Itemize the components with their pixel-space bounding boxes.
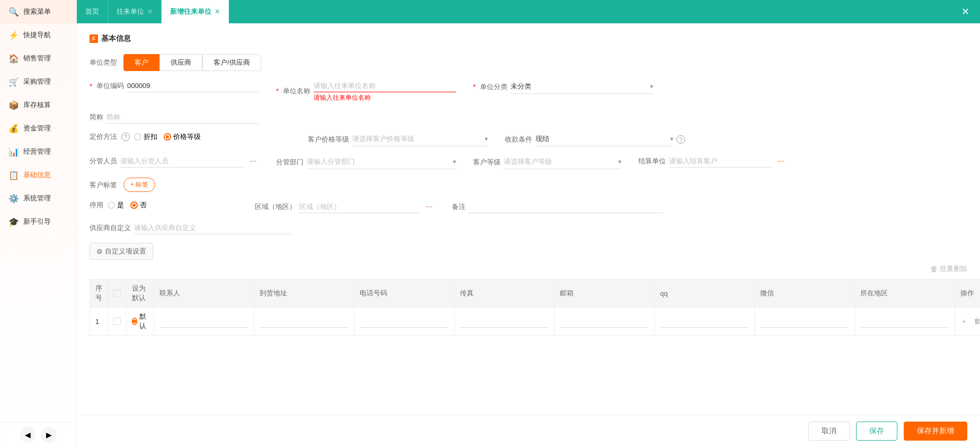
unit-category-select[interactable]: 未分类 ▾: [511, 80, 653, 94]
tab-new-partner-label: 新增往来单位: [170, 7, 211, 16]
row-default-label: 默认: [139, 312, 148, 331]
tab-new-partner[interactable]: 新增往来单位 ✕: [162, 0, 229, 23]
type-btn-supplier[interactable]: 供应商: [159, 54, 202, 71]
tab-partners-close[interactable]: ✕: [147, 8, 153, 15]
customer-level-select[interactable]: 请选择客户等级 ▾: [504, 155, 621, 169]
settlement-unit-field: 结算单位 ···: [638, 155, 787, 168]
sales-icon: 🏠: [8, 53, 19, 64]
disabled-yes-radio[interactable]: [108, 201, 115, 209]
pricing-method-help-icon[interactable]: ?: [121, 133, 130, 141]
tab-new-partner-close[interactable]: ✕: [215, 8, 220, 15]
sidebar-item-sales[interactable]: 🏠 销售管理: [0, 47, 76, 70]
supplier-custom-input[interactable]: [134, 222, 291, 234]
unit-name-label: 单位名称: [283, 86, 310, 96]
settlement-dots-button[interactable]: ···: [776, 156, 787, 166]
row-phone-input[interactable]: [360, 315, 449, 328]
row-address-input[interactable]: [260, 315, 349, 328]
pricing-discount-radio[interactable]: [134, 133, 141, 141]
payment-terms-field: 收款条件 现结 ▾ ?: [505, 132, 685, 146]
collapse-icon[interactable]: ◀: [20, 427, 35, 443]
short-name-field: 简称: [90, 111, 259, 124]
sidebar-item-finance[interactable]: 💰 资金管理: [0, 117, 76, 140]
sidebar-item-search[interactable]: 🔍 搜索菜单: [0, 0, 76, 23]
remark-label: 备注: [452, 202, 466, 212]
region-dots-button[interactable]: ···: [424, 202, 435, 212]
sidebar-item-inventory[interactable]: 📦 库存核算: [0, 93, 76, 117]
unit-category-value: 未分类: [511, 82, 648, 91]
sidebar: 🔍 搜索菜单 ⚡ 快捷导航 🏠 销售管理 🛒 采购管理 📦 库存核算 💰 资金管…: [0, 0, 77, 447]
window-close-button[interactable]: ✕: [957, 4, 974, 20]
expand-icon[interactable]: ▶: [41, 427, 57, 443]
disabled-yes-option[interactable]: 是: [108, 200, 124, 210]
table-header-row: 序号 设为默认 联系人 到货地址 电话号码 传真 邮箱 qq 微信 所在地区 操…: [90, 279, 981, 308]
row-fax-input[interactable]: [460, 315, 549, 328]
sidebar-item-system[interactable]: ⚙️ 系统管理: [0, 187, 76, 210]
type-buttons: 客户 供应商 客户/供应商: [123, 54, 261, 71]
col-check: [108, 279, 127, 308]
contacts-table: 序号 设为默认 联系人 到货地址 电话号码 传真 邮箱 qq 微信 所在地区 操…: [90, 279, 980, 336]
manager-input[interactable]: [120, 155, 245, 168]
row-phone: [354, 308, 455, 336]
home-icon: ⚡: [8, 30, 19, 40]
add-tag-button[interactable]: + 标签: [123, 178, 155, 192]
newbie-icon: 🎓: [8, 216, 19, 227]
disabled-no-option[interactable]: 否: [130, 200, 147, 210]
sidebar-item-operation[interactable]: 📊 经营管理: [0, 140, 76, 163]
select-all-checkbox[interactable]: [113, 290, 121, 297]
customer-price-level-select[interactable]: 请选择客户价格等级 ▾: [352, 132, 488, 146]
pricing-level-radio[interactable]: [164, 133, 171, 141]
row-default-radio[interactable]: [132, 318, 137, 325]
row-region-input[interactable]: [860, 315, 949, 328]
sidebar-item-newbie[interactable]: 🎓 新手引导: [0, 210, 76, 233]
unit-category-label: 单位分类: [480, 82, 507, 92]
unit-name-field-wrap: 请输入往来单位名称: [314, 80, 456, 102]
sidebar-item-label: 基础信息: [23, 170, 51, 180]
sidebar-item-label: 采购管理: [23, 77, 51, 86]
disabled-row: 停用 是 否 区域（地区） ···: [90, 200, 967, 213]
disabled-no-radio[interactable]: [130, 201, 138, 209]
pricing-level-label: 价格等级: [173, 132, 201, 142]
row-qq-input[interactable]: [660, 315, 749, 328]
pricing-method-field: 定价方法 ? 折扣 价格等级: [90, 132, 291, 142]
department-select[interactable]: 请输入分管部门 ▾: [307, 155, 456, 169]
save-button[interactable]: 保存: [856, 422, 897, 441]
settlement-unit-input[interactable]: [669, 155, 772, 168]
disabled-field: 停用 是 否: [90, 200, 238, 210]
region-input[interactable]: [299, 200, 421, 213]
sidebar-item-quick-nav[interactable]: ⚡ 快捷导航: [0, 23, 76, 47]
batch-delete-label[interactable]: 批量删除: [940, 264, 967, 274]
row-add-button[interactable]: ＋: [960, 317, 967, 325]
sidebar-item-basic[interactable]: 📋 基础信息: [0, 163, 76, 187]
type-btn-both[interactable]: 客户/供应商: [202, 54, 261, 71]
row-default-radio-item[interactable]: 默认: [132, 312, 148, 331]
type-btn-customer[interactable]: 客户: [123, 54, 159, 71]
region-field: 区域（地区） ···: [255, 200, 435, 213]
section-title: F 基本信息: [90, 34, 967, 43]
cancel-button[interactable]: 取消: [808, 422, 850, 441]
pricing-level-option[interactable]: 价格等级: [164, 132, 201, 142]
pricing-discount-option[interactable]: 折扣: [134, 132, 157, 142]
settings-gear-icon: ⚙: [96, 248, 103, 256]
col-region: 所在地区: [855, 279, 955, 308]
custom-settings-button[interactable]: ⚙ 自定义项设置: [90, 243, 153, 260]
manager-dots-button[interactable]: ···: [248, 156, 259, 166]
row-email-input[interactable]: [560, 315, 649, 328]
sidebar-item-purchase[interactable]: 🛒 采购管理: [0, 70, 76, 93]
sidebar-item-label: 新手引导: [23, 217, 51, 226]
unit-code-input[interactable]: [127, 80, 259, 92]
section-icon: F: [90, 34, 98, 43]
payment-terms-select[interactable]: 现结 ▾: [536, 132, 673, 146]
tab-home[interactable]: 首页: [77, 0, 108, 23]
tab-partners[interactable]: 往来单位 ✕: [108, 0, 162, 23]
payment-terms-help-icon[interactable]: ?: [676, 135, 685, 144]
disabled-no-label: 否: [140, 200, 147, 210]
save-new-button[interactable]: 保存并新增: [904, 422, 967, 441]
row-contact-input[interactable]: [159, 315, 248, 328]
row-delete-button[interactable]: 🗑: [974, 317, 980, 325]
unit-name-input[interactable]: [314, 80, 456, 92]
short-name-input[interactable]: [106, 111, 259, 124]
row-wechat-input[interactable]: [760, 315, 849, 328]
remark-input[interactable]: [469, 200, 664, 213]
custom-settings-wrap: ⚙ 自定义项设置: [90, 243, 967, 260]
row-checkbox[interactable]: [113, 318, 121, 325]
